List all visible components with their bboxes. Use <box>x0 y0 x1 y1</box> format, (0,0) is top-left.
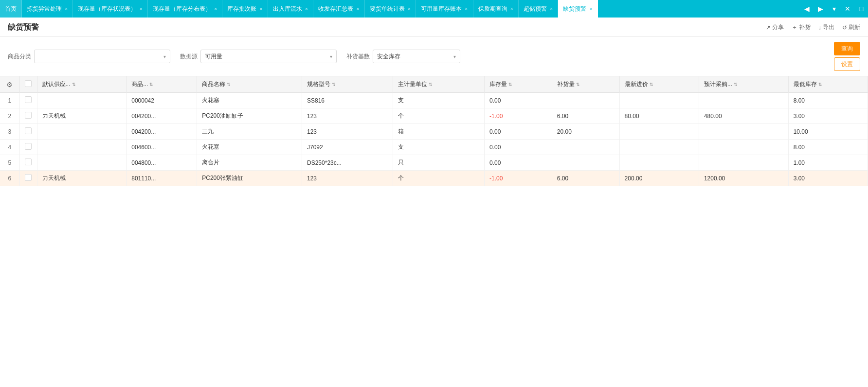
tab-label-available-ledger: 可用量库存账本 <box>421 5 462 13</box>
refresh-link[interactable]: ↺ 刷新 <box>842 23 860 32</box>
tab-close-batch-account[interactable]: × <box>259 6 262 12</box>
tab-inout-flow[interactable]: 出入库流水× <box>268 0 313 18</box>
tab-label-req-stat: 要货单统计表 <box>370 5 405 13</box>
col-spec: 规格型号 ⇅ <box>302 76 393 93</box>
col-product-name-sort-icon: ⇅ <box>227 82 231 87</box>
tab-maximize-btn[interactable]: □ <box>854 0 868 18</box>
tab-inventory-dist[interactable]: 现存量（库存分布表）× <box>148 0 222 18</box>
datasource-select[interactable]: 可用量 ▾ <box>200 50 337 63</box>
cell-checkbox[interactable] <box>19 171 37 186</box>
col-latest-price-sort[interactable]: 最新进价 ⇅ <box>625 80 694 88</box>
filter-actions: 查询 设置 <box>834 42 860 71</box>
export-link[interactable]: ↓ 导出 <box>818 23 834 32</box>
tab-home[interactable]: 首页 <box>0 0 22 18</box>
cell-latest-price <box>619 93 699 108</box>
tab-inventory-status[interactable]: 现存量（库存状况表）× <box>73 0 147 18</box>
row-checkbox[interactable] <box>25 158 32 165</box>
tab-close-shortage[interactable]: × <box>589 6 592 12</box>
tab-expiry-query[interactable]: 保质期查询× <box>473 0 519 18</box>
cell-checkbox[interactable] <box>19 140 37 155</box>
tab-shortage[interactable]: 缺货预警× <box>558 0 597 18</box>
export-label: 导出 <box>823 23 834 32</box>
replenish-base-filter-group: 补货基数 安全库存 ▾ <box>346 50 460 63</box>
col-supplier-sort[interactable]: 默认供应... ⇅ <box>42 80 122 88</box>
col-est-purchase-sort-icon: ⇅ <box>734 82 738 87</box>
tab-available-ledger[interactable]: 可用量库存账本× <box>416 0 473 18</box>
row-checkbox[interactable] <box>25 127 32 134</box>
tab-close-recv-summary[interactable]: × <box>356 6 359 12</box>
cell-est-purchase <box>699 124 788 140</box>
col-unit-sort[interactable]: 主计量单位 ⇅ <box>398 80 479 88</box>
col-settings[interactable]: ⚙ <box>0 76 19 93</box>
col-spec-sort[interactable]: 规格型号 ⇅ <box>307 80 388 88</box>
tab-exception[interactable]: 拣货异常处理× <box>22 0 73 18</box>
cell-checkbox[interactable] <box>19 93 37 108</box>
tab-req-stat[interactable]: 要货单统计表× <box>365 0 416 18</box>
col-stock-sort-icon: ⇅ <box>508 82 512 87</box>
settings-button[interactable]: 设置 <box>834 57 860 71</box>
col-product-code: 商品... ⇅ <box>127 76 197 93</box>
replenish-icon: ＋ <box>792 23 797 32</box>
tab-close-inout-flow[interactable]: × <box>305 6 308 12</box>
cell-min-stock: 8.00 <box>788 93 868 108</box>
cell-row-no: 3 <box>0 124 19 140</box>
cell-product-code: 004200... <box>127 108 197 124</box>
refresh-label: 刷新 <box>849 23 860 32</box>
cell-product-code: 004600... <box>127 140 197 155</box>
cell-min-stock: 10.00 <box>788 124 868 140</box>
tab-close-inventory-status[interactable]: × <box>139 6 142 12</box>
row-checkbox[interactable] <box>25 96 32 103</box>
tab-menu-btn[interactable]: ▾ <box>827 0 841 18</box>
refresh-icon: ↺ <box>842 24 847 31</box>
row-checkbox[interactable] <box>25 112 32 119</box>
tab-close-req-stat[interactable]: × <box>408 6 411 12</box>
tab-close-inventory-dist[interactable]: × <box>214 6 217 12</box>
tab-close-available-ledger[interactable]: × <box>465 6 468 12</box>
cell-checkbox[interactable] <box>19 124 37 140</box>
col-stock-sort[interactable]: 库存量 ⇅ <box>489 80 547 88</box>
col-product-code-sort[interactable]: 商品... ⇅ <box>131 80 192 88</box>
tab-recv-summary[interactable]: 收发存汇总表× <box>313 0 364 18</box>
table-row: 4004600...火花塞J7092支0.008.00 <box>0 140 868 155</box>
cell-est-purchase: 480.00 <box>699 108 788 124</box>
category-select[interactable]: ▾ <box>34 50 170 63</box>
row-checkbox[interactable] <box>25 143 32 150</box>
cell-product-code: 004800... <box>127 155 197 171</box>
settings-icon[interactable]: ⚙ <box>6 81 13 88</box>
filter-row: 商品分类 ▾ 数据源 可用量 ▾ 补货基数 安全库存 ▾ 查询 设置 <box>0 37 868 76</box>
select-all-checkbox[interactable] <box>25 80 32 87</box>
cell-product-name: PC200油缸缸子 <box>197 108 302 124</box>
tab-close-overstock[interactable]: × <box>550 6 553 12</box>
replenish-base-value: 安全库存 <box>377 53 400 61</box>
datasource-label: 数据源 <box>180 53 198 61</box>
tab-overstock[interactable]: 超储预警× <box>519 0 558 18</box>
cell-checkbox[interactable] <box>19 108 37 124</box>
row-checkbox[interactable] <box>25 174 32 181</box>
query-button[interactable]: 查询 <box>834 42 860 55</box>
tab-prev-btn[interactable]: ◀ <box>800 0 814 18</box>
col-est-purchase-sort[interactable]: 预计采购... ⇅ <box>704 80 783 88</box>
col-replenish-qty: 补货量 ⇅ <box>552 76 619 93</box>
cell-unit: 支 <box>393 93 485 108</box>
cell-unit: 支 <box>393 140 485 155</box>
tab-close-all-btn[interactable]: ✕ <box>841 0 854 18</box>
tab-close-expiry-query[interactable]: × <box>510 6 513 12</box>
cell-product-name: 离合片 <box>197 155 302 171</box>
col-checkbox[interactable] <box>19 76 37 93</box>
tab-label-expiry-query: 保质期查询 <box>478 5 507 13</box>
cell-spec: 123 <box>302 171 393 186</box>
tab-next-btn[interactable]: ▶ <box>814 0 827 18</box>
col-est-purchase: 预计采购... ⇅ <box>699 76 788 93</box>
cell-spec: 123 <box>302 124 393 140</box>
tab-batch-account[interactable]: 库存批次账× <box>222 0 268 18</box>
tab-close-exception[interactable]: × <box>65 6 68 12</box>
replenish-base-select[interactable]: 安全库存 ▾ <box>373 50 460 63</box>
replenish-link[interactable]: ＋ 补货 <box>792 23 811 32</box>
col-replenish-qty-sort[interactable]: 补货量 ⇅ <box>557 80 615 88</box>
col-min-stock-sort[interactable]: 最低库存 ⇅ <box>794 80 863 88</box>
col-product-name-sort[interactable]: 商品名称 ⇅ <box>202 80 297 88</box>
cell-checkbox[interactable] <box>19 155 37 171</box>
tab-label-inout-flow: 出入库流水 <box>273 5 302 13</box>
cell-latest-price <box>619 140 699 155</box>
share-link[interactable]: ↗ 分享 <box>766 23 784 32</box>
